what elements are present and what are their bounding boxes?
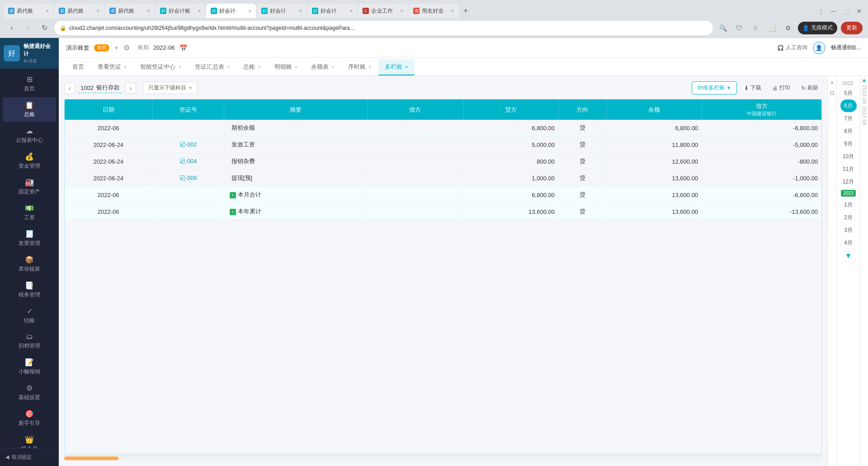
tab-7-close[interactable]: × [350, 8, 353, 14]
sidebar-item-home[interactable]: ⊞ 首页 [3, 71, 56, 96]
refresh-button[interactable]: ↻ 刷新 [797, 82, 822, 94]
tab-5[interactable]: 好 好会计 × [206, 4, 256, 18]
update-button[interactable]: 更新 [841, 22, 863, 34]
profile-button[interactable]: 👤 无痕模式 [798, 22, 837, 34]
tab-3[interactable]: 易 易代账 × [105, 4, 155, 18]
tab-home[interactable]: 首页 [66, 59, 90, 75]
timeline-month-jun[interactable]: 6月 [840, 99, 857, 112]
tab-6[interactable]: 好 好会计 × [257, 4, 307, 18]
collapse-pin-button[interactable]: ◀ 取消固定 [4, 452, 55, 462]
tab-9-close[interactable]: × [451, 8, 454, 14]
tab-6-close[interactable]: × [299, 8, 302, 14]
print-button[interactable]: 🖨 打印 [769, 82, 794, 94]
sidebar-item-member[interactable]: 👑 畅会员 [3, 432, 56, 448]
scroll-up-button[interactable]: ▲ [862, 77, 867, 83]
forward-button[interactable]: › [22, 22, 34, 34]
timeline-month-mar[interactable]: 3月 [840, 224, 857, 236]
tab-2-close[interactable]: × [97, 8, 99, 14]
tab-4-close[interactable]: × [198, 8, 201, 14]
tab-multi-column-close[interactable]: × [405, 64, 408, 70]
timeline-month-feb[interactable]: 2月 [840, 211, 857, 224]
sidebar-toggle-icon[interactable]: ⬜ [765, 22, 778, 34]
timeline-month-apr[interactable]: 4月 [840, 236, 857, 249]
sidebar-item-cloud-report[interactable]: ☁ 云报表中心 [3, 123, 56, 148]
sidebar-item-checkout[interactable]: ✓ 结账 [3, 303, 56, 328]
tab-list-button[interactable]: ⋮ [816, 5, 826, 16]
cell-voucher-4[interactable]: 记-006 [152, 170, 224, 187]
tab-2[interactable]: 易 易代账 × [54, 4, 104, 18]
timeline-month-nov[interactable]: 11月 [840, 163, 857, 175]
tab-smart-voucher-close[interactable]: × [178, 64, 181, 70]
account-badge-dropdown[interactable]: ▼ [114, 45, 119, 51]
shield-icon[interactable]: 🛡 [733, 22, 745, 34]
horizontal-scrollbar[interactable] [64, 455, 822, 461]
timeline-month-may[interactable]: 5月 [840, 87, 857, 99]
tab-3-close[interactable]: × [147, 8, 150, 14]
tab-detail-ledger[interactable]: 明细账 × [268, 59, 304, 75]
tab-view-voucher[interactable]: 查看凭证 × [91, 59, 133, 75]
tab-balance-sheet-close[interactable]: × [331, 64, 334, 70]
tab-multi-column[interactable]: 多栏账 × [378, 59, 414, 75]
tab-4[interactable]: 好 好会计账 × [156, 4, 205, 18]
tab-smart-voucher[interactable]: 智能凭证中心 × [134, 59, 187, 75]
extensions-icon[interactable]: ⚙ [782, 22, 794, 34]
close-window-button[interactable]: ✕ [854, 5, 864, 16]
tab-7[interactable]: 好 好会计 × [307, 4, 357, 18]
user-avatar[interactable]: 👤 [813, 42, 826, 54]
tab-1[interactable]: 易 易代账 × [4, 4, 53, 18]
tab-5-close[interactable]: × [249, 8, 251, 14]
new-tab-button[interactable]: + [459, 5, 472, 17]
timeline-month-oct[interactable]: 10月 [840, 150, 857, 163]
cell-voucher-3[interactable]: 记-004 [152, 153, 224, 170]
search-icon[interactable]: 🔍 [717, 22, 729, 34]
filter-dropdown[interactable]: 只显示下级科目 ▼ [143, 82, 198, 94]
expand-panel-button[interactable]: ⊡ [828, 89, 837, 98]
settings-gear-icon[interactable]: ⚙ [123, 43, 130, 52]
sidebar-item-archive[interactable]: 🗂 归档管理 [3, 329, 56, 353]
calendar-icon[interactable]: 📅 [179, 44, 187, 52]
tab-journal-close[interactable]: × [368, 64, 371, 70]
minimize-button[interactable]: — [828, 5, 839, 16]
sidebar-item-settings[interactable]: ⚙ 基础设置 [3, 380, 56, 405]
consult-button[interactable]: 🎧 人工咨询 [777, 44, 807, 52]
timeline-month-sep[interactable]: 9月 [840, 137, 857, 150]
tab-balance-sheet[interactable]: 余额表 × [305, 59, 340, 75]
timeline-month-jul[interactable]: 7月 [840, 112, 857, 125]
maximize-button[interactable]: ⬜ [841, 5, 852, 16]
scroll-thumb[interactable] [64, 457, 118, 460]
prev-account-button[interactable]: ‹ [64, 83, 75, 94]
tab-general-ledger[interactable]: 总账 × [237, 59, 267, 75]
tab-8-close[interactable]: × [401, 8, 403, 14]
sidebar-item-fund[interactable]: 💰 资金管理 [3, 149, 56, 174]
tab-general-ledger-close[interactable]: × [258, 64, 260, 70]
sidebar-item-ledger[interactable]: 📋 总账 [3, 97, 56, 122]
sidebar-item-inventory[interactable]: 📦 库存核算 [3, 252, 56, 277]
tab-1-close[interactable]: × [46, 8, 49, 14]
tab-voucher-summary-close[interactable]: × [227, 64, 230, 70]
next-account-button[interactable]: › [125, 83, 136, 94]
tab-view-voucher-close[interactable]: × [124, 64, 127, 70]
reload-button[interactable]: ↻ [38, 22, 51, 34]
close-panel-button[interactable]: × [828, 78, 837, 87]
address-input[interactable]: 🔒 cloud2.chanjet.com/accounting/uh26t264… [54, 21, 713, 35]
download-button[interactable]: ⬇ 下载 [741, 82, 765, 94]
tab-9[interactable]: 用 用友好业 × [409, 4, 458, 18]
bookmark-icon[interactable]: ☆ [749, 22, 762, 34]
timeline-month-dec[interactable]: 12月 [840, 175, 857, 188]
sidebar-item-invoice[interactable]: 🧾 发票管理 [3, 226, 56, 251]
tab-8[interactable]: C 企业工作 × [358, 4, 408, 18]
tab-detail-ledger-close[interactable]: × [295, 64, 297, 70]
tab-journal[interactable]: 序时账 × [342, 59, 377, 75]
sidebar-item-tax[interactable]: 📑 税务管理 [3, 278, 56, 302]
back-button[interactable]: ‹ [5, 22, 18, 34]
special-multi-column-button[interactable]: 特殊多栏账 ▼ [692, 81, 737, 94]
timeline-month-jan[interactable]: 1月 [840, 198, 857, 211]
sidebar-item-guide[interactable]: 🎯 新手引导 [3, 406, 56, 431]
sidebar-item-expense[interactable]: 📝 小畅报销 [3, 354, 56, 379]
cell-voucher-2[interactable]: 记-002 [152, 137, 224, 153]
timeline-month-aug[interactable]: 8月 [840, 125, 857, 137]
sidebar-item-fixed-assets[interactable]: 🏭 固定资产 [3, 174, 56, 199]
tab-voucher-summary[interactable]: 凭证汇总表 × [189, 59, 236, 75]
sidebar-item-salary[interactable]: 💵 工资 [3, 200, 56, 225]
timeline-scroll-down-button[interactable]: ▼ [845, 252, 852, 260]
